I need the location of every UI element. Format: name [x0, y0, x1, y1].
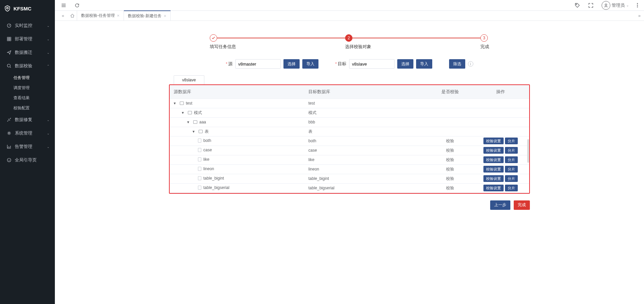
chart-icon	[7, 144, 11, 149]
tree-toggle-icon[interactable]: ▾	[193, 129, 197, 134]
tree-toggle-icon[interactable]: ▾	[182, 110, 186, 115]
nav-item-alert[interactable]: 告警管理 ⌄	[0, 140, 55, 153]
close-icon[interactable]: ✕	[164, 14, 166, 18]
folder-icon	[193, 120, 197, 124]
verify-status	[428, 108, 472, 117]
verify-settings-button[interactable]: 校验设置	[483, 156, 504, 163]
chevron-down-icon: ⌄	[47, 51, 49, 54]
sub-item-schedule[interactable]: 调度管理	[0, 83, 55, 93]
row-actions: 校验设置分片	[472, 174, 529, 183]
sub-item-results[interactable]: 查看结果	[0, 93, 55, 103]
main: 管理员 ⌄ « 数据校验-任务管理 ✕ 数据校验-新建任务 ✕ »	[55, 0, 644, 304]
verify-settings-button[interactable]: 校验设置	[483, 166, 504, 173]
tag-icon[interactable]	[575, 3, 580, 8]
target-input[interactable]	[349, 59, 395, 69]
tab-task-manage[interactable]: 数据校验-任务管理 ✕	[77, 11, 124, 21]
verify-status	[428, 117, 472, 127]
tree-toggle-icon[interactable]: ▾	[187, 120, 191, 124]
step-1-circle	[210, 34, 217, 42]
fullscreen-icon[interactable]	[588, 3, 594, 8]
sub-label: 查看结果	[13, 95, 30, 101]
verify-settings-button[interactable]: 校验设置	[483, 185, 504, 191]
shard-button[interactable]: 分片	[505, 147, 518, 154]
sub-item-verify-config[interactable]: 校验配置	[0, 103, 55, 113]
info-icon[interactable]: i	[468, 61, 473, 67]
chevron-down-icon: ⌄	[47, 24, 49, 28]
chevron-up-icon: ⌃	[47, 64, 49, 68]
scrollbar[interactable]	[527, 139, 529, 267]
search-icon	[7, 64, 11, 68]
mapping-table: 源数据库 目标数据库 是否校验 操作 ▾testtest▾模式模式▾aaabbb…	[170, 85, 529, 193]
nav-item-repair[interactable]: 数据修复 ⌄	[0, 113, 55, 126]
user-menu[interactable]: 管理员 ⌄	[602, 1, 629, 10]
nav-item-deploy[interactable]: 部署管理 ⌄	[0, 32, 55, 46]
file-icon	[198, 176, 201, 180]
tabs-collapse-icon[interactable]: «	[58, 11, 68, 21]
source-db-name: lineon	[203, 166, 214, 171]
target-import-button[interactable]: 导入	[416, 59, 432, 69]
target-db-name: table_bigint	[304, 174, 428, 183]
tab-label: 数据校验-新建任务	[128, 13, 162, 19]
datasource-form: *源 选择 导入 *目标 选择 导入 筛选 i	[55, 59, 644, 69]
refresh-icon[interactable]	[74, 3, 80, 8]
tabs-more-icon[interactable]: »	[638, 11, 641, 21]
target-db-name: table_bigserial	[304, 183, 428, 193]
table-row: table_biginttable_bigint校验校验设置分片	[170, 174, 529, 183]
filter-button[interactable]: 筛选	[449, 59, 465, 69]
step-1: 填写任务信息	[210, 34, 345, 50]
nav: 实时监控 ⌄ 部署管理 ⌄ 数据搬迁 ⌄ 数据校验 ⌃ 任务管理 调度管理 查看…	[0, 17, 55, 304]
th-target: 目标数据库	[304, 85, 428, 99]
tree-toggle-icon[interactable]: ▾	[174, 101, 178, 106]
nav-label: 实时监控	[15, 23, 32, 29]
grid-icon	[7, 37, 11, 41]
verify-settings-button[interactable]: 校验设置	[483, 138, 504, 144]
sidebar: KFSMC 实时监控 ⌄ 部署管理 ⌄ 数据搬迁 ⌄ 数据校验 ⌃ 任务管理 调…	[0, 0, 55, 304]
target-db-name: 表	[304, 127, 428, 136]
nav-item-migrate[interactable]: 数据搬迁 ⌄	[0, 46, 55, 59]
folder-icon	[188, 111, 192, 114]
chevron-down-icon: ⌄	[47, 37, 49, 41]
source-import-button[interactable]: 导入	[302, 59, 318, 69]
shard-button[interactable]: 分片	[505, 175, 518, 182]
table-row: lineonlineon校验校验设置分片	[170, 164, 529, 174]
shard-button[interactable]: 分片	[505, 156, 518, 163]
source-select-button[interactable]: 选择	[283, 59, 300, 69]
nav-item-monitor[interactable]: 实时监控 ⌄	[0, 19, 55, 32]
shard-button[interactable]: 分片	[505, 185, 518, 191]
target-select-button[interactable]: 选择	[397, 59, 413, 69]
close-icon[interactable]: ✕	[117, 14, 120, 17]
verify-settings-button[interactable]: 校验设置	[483, 147, 504, 154]
home-tab[interactable]	[68, 11, 77, 21]
table-row: ▾aaabbb	[170, 117, 529, 127]
step-line	[352, 38, 480, 38]
nav-label: 数据搬迁	[15, 49, 32, 55]
nav-item-verify[interactable]: 数据校验 ⌃	[0, 59, 55, 73]
nav-label: 系统管理	[15, 130, 32, 136]
more-icon[interactable]	[637, 3, 638, 7]
verify-status	[428, 127, 472, 136]
step-2-title: 选择校验对象	[345, 44, 371, 50]
target-db-name: both	[304, 136, 428, 146]
source-db-name: 表	[205, 129, 209, 135]
table-row: casecase校验校验设置分片	[170, 146, 529, 155]
datasource-tab[interactable]: v8slave	[174, 75, 204, 84]
verify-status: 校验	[428, 136, 472, 146]
row-actions: 校验设置分片	[472, 155, 529, 164]
step-2: 2 选择校验对象	[345, 34, 480, 50]
sub-item-task-manage[interactable]: 任务管理	[0, 73, 55, 83]
menu-toggle-icon[interactable]	[61, 3, 66, 8]
folder-icon	[180, 102, 184, 105]
tabbar: « 数据校验-任务管理 ✕ 数据校验-新建任务 ✕ »	[55, 11, 644, 21]
highlight-box: 源数据库 目标数据库 是否校验 操作 ▾testtest▾模式模式▾aaabbb…	[169, 84, 530, 194]
nav-item-system[interactable]: 系统管理 ⌄	[0, 126, 55, 140]
verify-status: 校验	[428, 155, 472, 164]
shard-button[interactable]: 分片	[505, 166, 518, 173]
nav-label: 告警管理	[15, 144, 32, 150]
source-input[interactable]	[235, 59, 281, 69]
verify-settings-button[interactable]: 校验设置	[483, 175, 504, 182]
prev-button[interactable]: 上一步	[490, 200, 510, 210]
shard-button[interactable]: 分片	[505, 138, 518, 144]
table-row: ▾模式模式	[170, 108, 529, 117]
tab-new-task[interactable]: 数据校验-新建任务 ✕	[124, 10, 171, 21]
nav-item-guide[interactable]: 全局引导页	[0, 153, 55, 167]
